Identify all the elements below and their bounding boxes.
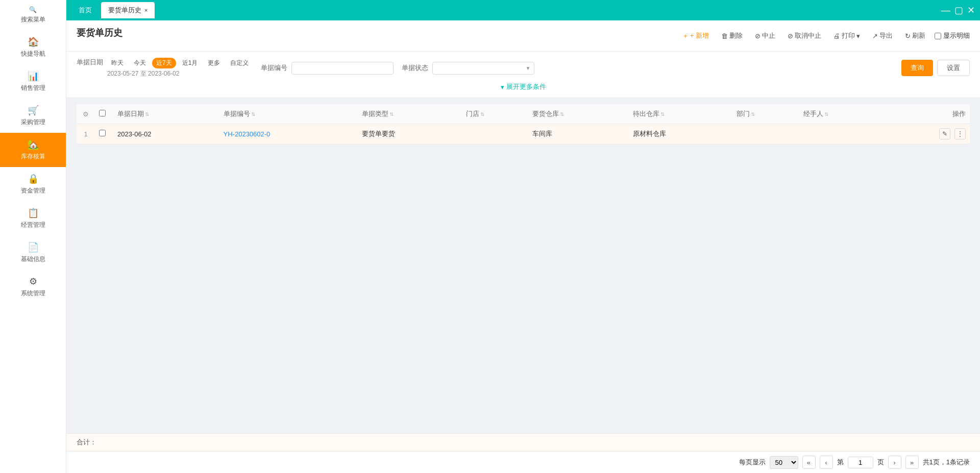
refresh-icon: ↻ xyxy=(905,32,911,40)
row-edit-button[interactable]: ✎ xyxy=(939,128,950,139)
sidebar-item-inventory[interactable]: 🏡 库存核算 xyxy=(0,133,66,167)
th-ops: 操作 xyxy=(883,104,970,124)
date-range-display: 2023-05-27 至 2023-06-02 xyxy=(107,69,253,78)
th-settings: ⚙ xyxy=(77,104,95,124)
th-dept: 部门⇅ xyxy=(732,104,799,124)
date-btn-custom[interactable]: 自定义 xyxy=(226,58,253,68)
window-max-button[interactable]: ▢ xyxy=(954,5,963,16)
row-req-warehouse: 车间库 xyxy=(528,124,628,144)
th-store: 门店⇅ xyxy=(462,104,529,124)
status-select-wrapper xyxy=(432,62,534,75)
tab-home[interactable]: 首页 xyxy=(71,2,99,18)
page-suffix-label: 页 xyxy=(877,458,884,467)
sort-dept-icon[interactable]: ⇅ xyxy=(751,111,755,117)
table-row: 1 2023-06-02 YH-20230602-0 要货单要货 车间库 原材料… xyxy=(77,124,970,144)
row-doc-type: 要货单要货 xyxy=(358,124,462,144)
sort-doc-no-icon[interactable]: ⇅ xyxy=(251,111,255,117)
th-date: 单据日期⇅ xyxy=(113,104,219,124)
print-button[interactable]: 🖨 打印 ▾ xyxy=(830,29,863,42)
th-handler: 经手人⇅ xyxy=(799,104,883,124)
row-dest-warehouse: 原材料仓库 xyxy=(629,124,733,144)
sort-doc-type-icon[interactable]: ⇅ xyxy=(389,111,394,117)
stop-icon: ⊘ xyxy=(755,32,761,40)
sort-dest-warehouse-icon[interactable]: ⇅ xyxy=(660,111,665,117)
sidebar-item-search-menu[interactable]: 🔍 搜索菜单 xyxy=(0,0,66,30)
th-doc-no: 单据编号⇅ xyxy=(219,104,358,124)
table-content: ⚙ 单据日期⇅ 单据编号⇅ 单 xyxy=(66,98,980,433)
prev-page-button[interactable]: ‹ xyxy=(820,456,833,469)
date-btn-1month[interactable]: 近1月 xyxy=(178,58,202,68)
show-detail-label[interactable]: 显示明细 xyxy=(935,31,970,40)
th-checkbox xyxy=(95,104,113,124)
page-number-input[interactable] xyxy=(848,457,873,468)
last-page-button[interactable]: » xyxy=(905,456,919,469)
sort-handler-icon[interactable]: ⇅ xyxy=(824,111,828,117)
window-controls: — ▢ ✕ xyxy=(941,5,975,16)
next-page-button[interactable]: › xyxy=(888,456,901,469)
new-button[interactable]: + + 新增 xyxy=(680,29,712,42)
date-btn-today[interactable]: 今天 xyxy=(130,58,150,68)
chevron-down-icon: ▾ xyxy=(501,83,504,91)
search-icon: 🔍 xyxy=(29,6,37,13)
setting-button[interactable]: 设置 xyxy=(937,60,970,76)
cancel-stop-button[interactable]: ⊘ 取消中止 xyxy=(785,29,824,42)
show-detail-checkbox[interactable] xyxy=(935,33,941,39)
total-info: 共1页，1条记录 xyxy=(923,458,970,467)
row-handler xyxy=(799,124,883,144)
cancel-stop-icon: ⊘ xyxy=(788,32,793,40)
sidebar-item-quick-nav[interactable]: 🏠 快捷导航 xyxy=(0,30,66,64)
sort-store-icon[interactable]: ⇅ xyxy=(480,111,484,117)
print-dropdown-icon: ▾ xyxy=(856,32,860,40)
doc-no-link[interactable]: YH-20230602-0 xyxy=(224,130,271,138)
date-buttons: 昨天 今天 近7天 近1月 更多 自定义 xyxy=(107,58,253,68)
sort-req-warehouse-icon[interactable]: ⇅ xyxy=(560,111,564,117)
sidebar-item-basic-info[interactable]: 📄 基础信息 xyxy=(0,235,66,270)
status-select[interactable] xyxy=(432,62,534,75)
sidebar-item-purchase-mgmt[interactable]: 🛒 采购管理 xyxy=(0,99,66,133)
plus-icon: + xyxy=(683,32,688,40)
select-all-checkbox[interactable] xyxy=(99,110,106,116)
table-container: ⚙ 单据日期⇅ 单据编号⇅ 单 xyxy=(77,104,970,144)
window-close-button[interactable]: ✕ xyxy=(967,5,975,16)
header-actions: + + 新增 🗑 删除 ⊘ 中止 ⊘ 取消中止 xyxy=(680,29,970,42)
filter-row: 单据日期 昨天 今天 近7天 近1月 更多 自定义 2023-05-27 至 2… xyxy=(77,58,970,78)
sidebar-item-ops-mgmt[interactable]: 📋 经营管理 xyxy=(0,201,66,235)
sort-date-icon[interactable]: ⇅ xyxy=(145,111,149,117)
filter-actions: 查询 设置 xyxy=(901,60,970,76)
delete-icon: 🗑 xyxy=(721,32,728,40)
doc-no-input[interactable] xyxy=(291,62,394,75)
delete-button[interactable]: 🗑 删除 xyxy=(718,29,746,42)
query-button[interactable]: 查询 xyxy=(901,60,933,76)
row-checkbox[interactable] xyxy=(99,130,106,136)
filter-bar: 单据日期 昨天 今天 近7天 近1月 更多 自定义 2023-05-27 至 2… xyxy=(66,52,980,98)
page-title: 要货单历史 xyxy=(77,27,122,39)
row-dept xyxy=(732,124,799,144)
refresh-button[interactable]: ↻ 刷新 xyxy=(902,29,928,42)
th-req-warehouse: 要货仓库⇅ xyxy=(528,104,628,124)
date-btn-yesterday[interactable]: 昨天 xyxy=(107,58,128,68)
window-min-button[interactable]: — xyxy=(941,5,950,16)
date-btn-more[interactable]: 更多 xyxy=(204,58,224,68)
date-btn-7days[interactable]: 近7天 xyxy=(152,58,176,68)
per-page-select[interactable]: 10 20 50 100 xyxy=(770,456,798,469)
page-header: 要货单历史 + + 新增 🗑 删除 ⊘ 中止 ⊘ xyxy=(66,20,980,52)
stop-button[interactable]: ⊘ 中止 xyxy=(752,29,778,42)
settings-icon[interactable]: ⚙ xyxy=(83,110,89,118)
row-date: 2023-06-02 xyxy=(113,124,219,144)
first-page-button[interactable]: « xyxy=(802,456,816,469)
export-button[interactable]: ↗ 导出 xyxy=(869,29,896,42)
sidebar-item-sales-mgmt[interactable]: 📊 销售管理 xyxy=(0,64,66,99)
tab-close-icon[interactable]: × xyxy=(144,7,148,13)
sidebar-item-finance-mgmt[interactable]: 🔒 资金管理 xyxy=(0,167,66,201)
row-more-button[interactable]: ⋮ xyxy=(954,128,966,139)
export-icon: ↗ xyxy=(872,32,878,40)
row-store xyxy=(462,124,529,144)
print-icon: 🖨 xyxy=(834,32,840,40)
sidebar: 🔍 搜索菜单 🏠 快捷导航 📊 销售管理 🛒 采购管理 🏡 库存核算 🔒 资金管… xyxy=(0,0,66,473)
tab-active[interactable]: 要货单历史 × xyxy=(101,2,155,18)
doc-no-filter-group: 单据编号 xyxy=(261,62,394,75)
purchase-icon: 🛒 xyxy=(28,105,39,116)
date-filter-label: 单据日期 xyxy=(77,58,103,67)
expand-more-button[interactable]: ▾ 展开更多条件 xyxy=(501,82,546,91)
sidebar-item-sys-mgmt[interactable]: ⚙ 系统管理 xyxy=(0,270,66,304)
